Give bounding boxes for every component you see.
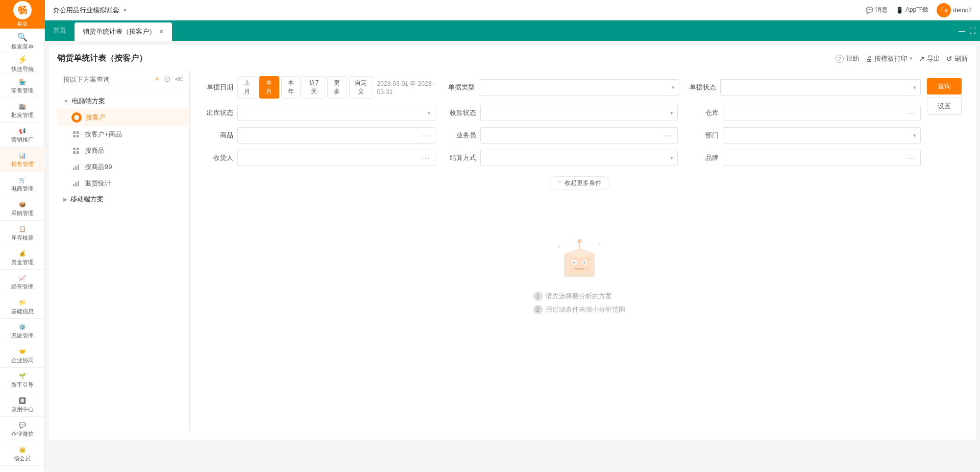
sidebar-item-ecommerce[interactable]: 🛒 电商管理 [0, 172, 45, 196]
tree-item-by-customer[interactable]: 按客户 [57, 109, 189, 126]
svg-rect-6 [73, 151, 76, 154]
refresh-label: 刷新 [954, 54, 968, 63]
tab-sales-stats[interactable]: 销货单统计表（按客户） ✕ [75, 22, 172, 41]
date-btn-custom[interactable]: 自定义 [349, 76, 373, 99]
template-print-button[interactable]: 🖨 按模板打印 ▾ [865, 54, 913, 63]
product-select[interactable]: ··· [237, 127, 435, 144]
svg-point-22 [573, 262, 575, 264]
sidebar-item-newbie[interactable]: 🌱 新手引导 [0, 368, 45, 392]
sidebar-item-wechat[interactable]: 💬 企业微信 [0, 417, 45, 441]
date-btn-last-month[interactable]: 上月 [237, 76, 257, 99]
query-button[interactable]: 查询 [927, 78, 962, 95]
salesperson-control: ··· [480, 127, 678, 144]
salesperson-select[interactable]: ··· [480, 127, 678, 144]
tree-item-return-stats[interactable]: 退货统计 [57, 175, 189, 192]
date-btn-last7[interactable]: 近7天 [303, 76, 325, 99]
app-logo[interactable]: 畅 标版 [0, 0, 45, 29]
sidebar-item-marketing[interactable]: 📢 营销推广 [0, 123, 45, 147]
filter-row-date: 单据日期 上月 本月 本年 近7天 更多 自定义 [197, 76, 921, 99]
apps-icon: 🔲 [19, 397, 26, 404]
doc-status-label: 单据状态 [679, 83, 720, 92]
sidebar-item-ops[interactable]: 📈 经营管理 [0, 270, 45, 294]
collapse-button[interactable]: ⌃ 收起更多条件 [549, 176, 610, 190]
user-profile[interactable]: Ea demo2 [937, 3, 972, 17]
tab-home[interactable]: 首页 [45, 20, 75, 41]
wechat-label: 企业微信 [11, 430, 34, 438]
sidebar-item-enterprise[interactable]: 🤝 企业协同 [0, 343, 45, 368]
sales-icon: 📊 [19, 152, 26, 159]
date-btn-this-month[interactable]: 本月 [259, 76, 279, 99]
svg-rect-10 [78, 164, 79, 170]
shipment-label: 出库状态 [197, 108, 237, 117]
empty-tip-2: 2 用过滤条件来缩小分析范围 [533, 305, 625, 314]
header-dropdown[interactable]: ▾ [124, 7, 127, 14]
empty-tip-2-text: 用过滤条件来缩小分析范围 [546, 305, 625, 314]
tab-close-icon[interactable]: ✕ [159, 28, 164, 35]
sidebar-item-purchase[interactable]: 📦 采购管理 [0, 196, 45, 221]
by-customer-icon [71, 112, 82, 123]
settlement-arrow: ▾ [670, 155, 673, 161]
help-button[interactable]: ? 帮助 [836, 54, 859, 63]
sidebar-item-retail[interactable]: 🏪 零售管理 [0, 74, 45, 98]
tree-group-mobile-header[interactable]: ▶ 移动端方案 [57, 192, 189, 207]
warehouse-dots: ··· [907, 109, 916, 117]
message-button[interactable]: 💬 消息 [866, 6, 888, 14]
wholesale-icon: 🏬 [19, 103, 26, 110]
receiver-select[interactable]: ··· [237, 150, 435, 166]
sidebar-item-system[interactable]: ⚙️ 系统管理 [0, 319, 45, 343]
tree-item-by-product[interactable]: 按商品 [57, 143, 189, 159]
svg-rect-19 [569, 257, 590, 273]
refresh-button[interactable]: ↺ 刷新 [946, 54, 968, 63]
shipment-select[interactable]: ▾ [237, 105, 435, 121]
page-content: 销货单统计表（按客户） ? 帮助 🖨 按模板打印 ▾ ↗ 导出 [45, 41, 980, 472]
doc-status-select[interactable]: ▾ [720, 79, 921, 96]
settings-scheme-button[interactable]: ⊙ [164, 74, 170, 85]
warehouse-select[interactable]: ··· [723, 105, 921, 121]
tree-group-desktop-header[interactable]: ▼ 电脑端方案 [57, 93, 189, 109]
sidebar-item-basic[interactable]: 📁 基础信息 [0, 294, 45, 319]
date-btn-more[interactable]: 更多 [327, 76, 347, 99]
settlement-select[interactable]: ▾ [480, 150, 678, 166]
brand-select[interactable]: ··· [723, 150, 921, 166]
date-control: 上月 本月 本年 近7天 更多 自定义 2023-03-01 至 2023-03… [237, 76, 438, 99]
collapse-panel-button[interactable]: ≪ [175, 74, 183, 85]
empty-tip-1-text: 请先选择要分析的方案 [546, 292, 612, 301]
tab-maximize-icon[interactable]: ⛶ [969, 27, 976, 35]
product-control: ··· [237, 127, 435, 144]
filter-main: 单据日期 上月 本月 本年 近7天 更多 自定义 [197, 76, 921, 172]
ops-icon: 📈 [19, 275, 26, 281]
svg-rect-3 [77, 135, 79, 137]
collapse-bar: ⌃ 收起更多条件 [197, 172, 962, 194]
doc-type-select[interactable]: ▾ [479, 79, 679, 96]
receipt-select[interactable]: ▾ [480, 105, 678, 121]
tree-item-by-customer-label: 按客户 [86, 113, 106, 122]
tree-mobile-expand-icon: ▶ [63, 196, 67, 203]
sidebar-item-member[interactable]: 👑 畅会员 [0, 441, 45, 466]
doc-status-arrow: ▾ [913, 84, 916, 91]
sidebar-item-sales[interactable]: 📊 销售管理 [0, 147, 45, 172]
date-btn-this-year[interactable]: 本年 [281, 76, 301, 99]
svg-rect-2 [73, 135, 76, 137]
tree-item-by-customer-product[interactable]: 按客户+商品 [57, 126, 189, 143]
department-select[interactable]: ▾ [723, 127, 921, 144]
app-download-button[interactable]: 📱 App下载 [896, 6, 928, 14]
ecommerce-label: 电商管理 [11, 185, 34, 193]
sidebar-search[interactable]: 🔍 搜索菜单 [0, 29, 45, 53]
purchase-icon: 📦 [19, 201, 26, 208]
sidebar-item-wholesale[interactable]: 🏬 批发管理 [0, 98, 45, 123]
ops-label: 经营管理 [11, 283, 34, 291]
sidebar-item-inventory[interactable]: 📋 库存核算 [0, 221, 45, 245]
sidebar-quick-nav[interactable]: ⚡ 快捷导航 [0, 53, 45, 74]
svg-rect-7 [77, 151, 79, 154]
svg-point-18 [569, 251, 590, 257]
sidebar-item-finance[interactable]: 💰 资金管理 [0, 245, 45, 270]
svg-rect-11 [73, 184, 75, 186]
settings-button[interactable]: 设置 [927, 98, 962, 115]
filter-area: 单据日期 上月 本月 本年 近7天 更多 自定义 [197, 70, 962, 200]
tab-minimize-icon[interactable]: — [959, 27, 965, 35]
add-scheme-button[interactable]: + [154, 74, 160, 85]
export-button[interactable]: ↗ 导出 [919, 54, 940, 63]
tree-item-by-product99[interactable]: 按商品99 [57, 159, 189, 175]
department-arrow: ▾ [913, 132, 916, 139]
sidebar-item-apps[interactable]: 🔲 应用中心 [0, 392, 45, 417]
